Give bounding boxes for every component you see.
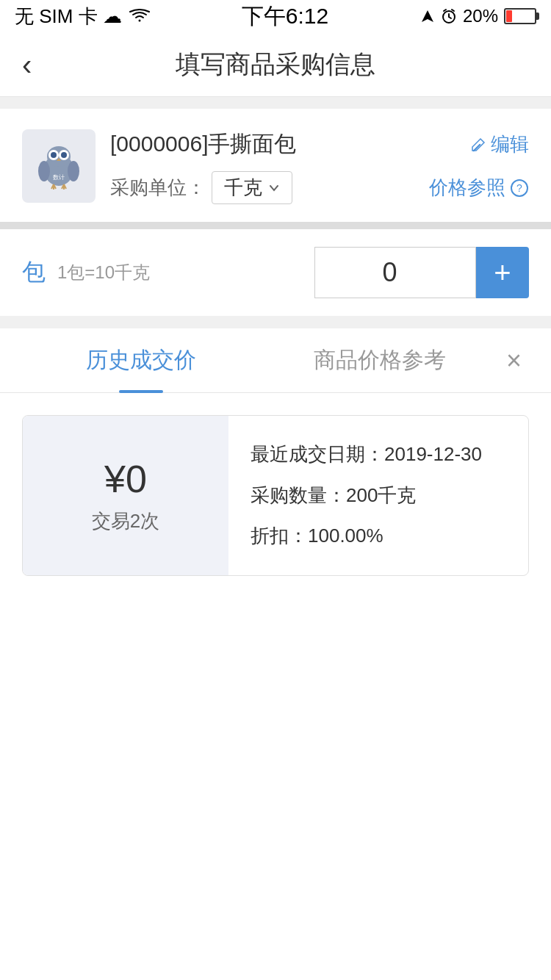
chevron-down-icon	[268, 182, 280, 194]
price-amount: ¥0	[104, 457, 147, 501]
product-info: [0000006]手撕面包 编辑 采购单位： 千克	[110, 129, 529, 204]
quantity-section: 包 1包=10千克 +	[0, 229, 551, 317]
svg-line-4	[452, 10, 454, 11]
unit-label: 采购单位：	[110, 175, 206, 201]
qty-left: 包 1包=10千克	[22, 256, 150, 289]
price-detail-qty: 采购数量：200千克	[251, 480, 506, 511]
product-row: 数计 [0000006]手撕面包 编辑 采购单位： 千克	[22, 129, 529, 204]
product-thumbnail: 数计	[22, 129, 96, 203]
svg-line-3	[444, 10, 446, 11]
svg-line-2	[449, 17, 451, 18]
help-circle-icon: ?	[510, 179, 529, 198]
unit-row: 采购单位： 千克 价格参照 ?	[110, 171, 529, 204]
battery-percent: 20%	[463, 6, 498, 26]
tab-close-button[interactable]: ×	[499, 338, 529, 383]
product-section: 数计 [0000006]手撕面包 编辑 采购单位： 千克	[0, 109, 551, 222]
status-right: 20%	[420, 6, 536, 26]
back-button[interactable]: ‹	[22, 50, 32, 79]
product-image: 数计	[33, 140, 84, 192]
price-ref-button[interactable]: 价格参照 ?	[429, 175, 529, 201]
tabs-header: 历史成交价 商品价格参考 ×	[0, 328, 551, 393]
unit-select[interactable]: 千克	[212, 171, 292, 204]
page-title: 填写商品采购信息	[176, 48, 375, 82]
price-detail-date: 最近成交日期：2019-12-30	[251, 439, 506, 470]
svg-text:?: ?	[516, 182, 522, 194]
svg-point-10	[61, 152, 67, 158]
price-card: ¥0 交易2次 最近成交日期：2019-12-30 采购数量：200千克 折扣：…	[22, 415, 529, 576]
status-time: 下午6:12	[242, 1, 328, 32]
qty-hint: 1包=10千克	[57, 261, 150, 284]
edit-button[interactable]: 编辑	[470, 131, 529, 157]
wifi-icon	[129, 9, 150, 24]
qty-right: +	[314, 247, 529, 298]
currency-symbol: ¥	[104, 458, 126, 500]
bottom-space	[0, 598, 551, 980]
qty-unit-label: 包	[22, 256, 46, 289]
svg-point-9	[51, 152, 57, 158]
location-icon	[420, 9, 435, 24]
status-bar: 无 SIM 卡 ☁ 下午6:12 20%	[0, 0, 551, 32]
price-transactions: 交易2次	[92, 508, 159, 534]
battery-icon	[504, 8, 536, 24]
tab-history-price[interactable]: 历史成交价	[22, 328, 260, 393]
product-name: [0000006]手撕面包	[110, 129, 296, 159]
tabs-section: 历史成交价 商品价格参考 × ¥0 交易2次 最近成交日期：2019-12-30…	[0, 328, 551, 598]
product-name-row: [0000006]手撕面包 编辑	[110, 129, 529, 159]
price-card-right: 最近成交日期：2019-12-30 采购数量：200千克 折扣：100.00%	[228, 416, 528, 575]
svg-text:数计: 数计	[53, 174, 65, 181]
svg-point-13	[68, 161, 79, 181]
alarm-icon	[441, 8, 457, 24]
edit-icon	[470, 137, 486, 153]
nav-header: ‹ 填写商品采购信息	[0, 32, 551, 97]
price-detail-discount: 折扣：100.00%	[251, 521, 506, 552]
svg-point-12	[38, 161, 50, 181]
divider-bar	[0, 222, 551, 229]
qty-input[interactable]	[314, 247, 476, 298]
qty-plus-button[interactable]: +	[476, 247, 529, 298]
price-value: 0	[126, 458, 147, 500]
tab-price-ref[interactable]: 商品价格参考	[260, 328, 498, 393]
status-left: 无 SIM 卡 ☁	[15, 4, 150, 29]
no-sim-text: 无 SIM 卡 ☁	[15, 4, 122, 29]
tab-content: ¥0 交易2次 最近成交日期：2019-12-30 采购数量：200千克 折扣：…	[0, 393, 551, 598]
price-card-left: ¥0 交易2次	[23, 416, 228, 575]
